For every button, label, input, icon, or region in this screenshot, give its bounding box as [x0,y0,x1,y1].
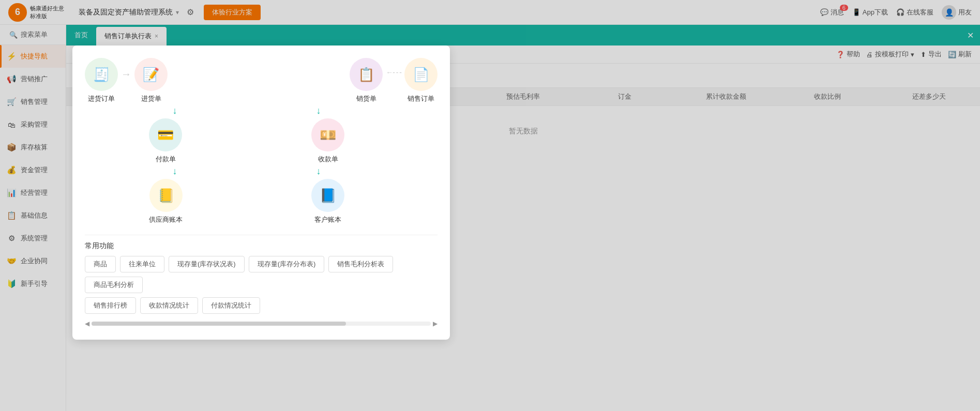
func-btn-sales-rank[interactable]: 销售排行榜 [85,297,136,314]
customer-ledger-icon: 📘 [311,179,344,212]
modal-scrollbar[interactable] [92,322,431,326]
receipt-bill-node[interactable]: 💴 收款单 [311,118,344,164]
func-btn-row-1: 商品 往来单位 现存量(库存状况表) 现存量(库存分布表) 销售毛利分析表 商品… [85,256,438,293]
receipt-bill-label: 收款单 [318,155,338,164]
common-func-title: 常用功能 [85,241,438,251]
purchase-bill-label: 进货单 [141,94,161,103]
purchase-order-label: 进货订单 [88,94,115,103]
sales-order-node[interactable]: 📄 销售订单 [404,58,438,103]
purchase-bill-node[interactable]: 📝 进货单 [134,58,168,103]
customer-ledger-node[interactable]: 📘 客户账本 [311,179,344,224]
flow-modal: 🧾 进货订单 → 📝 进货单 📋 销货单 ←- - - [72,45,450,340]
supplier-ledger-node[interactable]: 📒 供应商账本 [149,179,183,224]
receipt-bill-icon: 💴 [311,118,344,151]
common-functions-section: 常用功能 商品 往来单位 现存量(库存状况表) 现存量(库存分布表) 销售毛利分… [85,241,438,314]
sales-bill-icon: 📋 [350,58,383,91]
modal-overlay: 🧾 进货订单 → 📝 进货单 📋 销货单 ←- - - [0,0,980,411]
func-btn-counterpart[interactable]: 往来单位 [120,256,164,272]
sales-order-label: 销售订单 [408,94,434,103]
sales-bill-node[interactable]: 📋 销货单 [350,58,383,103]
arrow-down-purchase: ↓ [149,105,201,116]
supplier-ledger-label: 供应商账本 [149,215,183,224]
func-btn-product[interactable]: 商品 [85,256,116,272]
func-btn-stock-dist[interactable]: 现存量(库存分布表) [249,256,325,272]
arrow-left-dashed: ←- - - [386,58,401,77]
arrow-down-payment: ↓ [149,166,201,177]
supplier-ledger-icon: 📒 [149,179,183,212]
payment-bill-node[interactable]: 💳 付款单 [149,118,182,164]
payment-bill-icon: 💳 [149,118,182,151]
payment-bill-label: 付款单 [156,155,176,164]
func-btn-row-2: 销售排行榜 收款情况统计 付款情况统计 [85,297,438,314]
arrow-down-sales: ↓ [293,105,344,116]
flow-diagram: 🧾 进货订单 → 📝 进货单 📋 销货单 ←- - - [85,58,438,224]
func-btn-receipt-stats[interactable]: 收款情况统计 [140,297,198,314]
arrow-right-1: → [121,58,131,80]
modal-scrollbar-container: ◀ ▶ [85,320,438,327]
func-btn-sales-margin[interactable]: 销售毛利分析表 [328,256,393,272]
scroll-left-arrow[interactable]: ◀ [85,320,89,327]
customer-ledger-label: 客户账本 [314,215,341,224]
sales-bill-label: 销货单 [356,94,376,103]
scroll-right-arrow[interactable]: ▶ [433,320,438,327]
purchase-bill-icon: 📝 [134,58,168,91]
modal-scrollbar-thumb [92,322,346,326]
purchase-order-icon: 🧾 [85,58,118,91]
purchase-order-node[interactable]: 🧾 进货订单 [85,58,118,103]
func-btn-stock-status[interactable]: 现存量(库存状况表) [169,256,245,272]
modal-divider [85,235,438,235]
func-btn-payment-stats[interactable]: 付款情况统计 [202,297,260,314]
arrow-down-receipt: ↓ [293,166,344,177]
sales-order-icon: 📄 [404,58,438,91]
func-btn-product-margin[interactable]: 商品毛利分析 [85,277,143,293]
